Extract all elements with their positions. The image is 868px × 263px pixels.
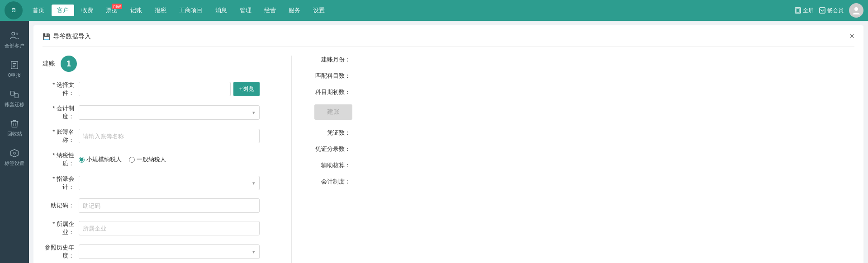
- form-container: 建账 1 * 选择文件： +浏览: [43, 56, 854, 263]
- aux-accounting-label: 辅助核算：: [314, 161, 355, 169]
- accounting-system-label: * 会计制度：: [43, 104, 79, 121]
- step-header: 建账 1: [43, 56, 260, 72]
- nav-right: 全屏 畅会员: [795, 3, 863, 18]
- svg-point-1: [12, 9, 15, 12]
- accounting-system-control: [79, 105, 260, 120]
- page-title-bar: 💾 导爷数据导入: [43, 33, 854, 47]
- memo-code-row: 助记码：: [43, 198, 260, 213]
- nav-item-business[interactable]: 工商项目: [174, 5, 208, 16]
- form-left: 建账 1 * 选择文件： +浏览: [43, 56, 278, 263]
- memo-code-input[interactable]: [79, 198, 260, 213]
- subject-init-row: 科目期初数：: [314, 88, 854, 96]
- nav-item-home[interactable]: 首页: [27, 5, 50, 16]
- match-subjects-row: 匹配科目数：: [314, 72, 854, 80]
- content-area: 💾 导爷数据导入 × 建账 1 * 选择文件：: [29, 21, 868, 263]
- vouchers-label: 凭证数：: [314, 129, 355, 137]
- nav-item-service[interactable]: 服务: [283, 5, 306, 16]
- browse-button[interactable]: +浏览: [233, 82, 260, 96]
- nav-item-message[interactable]: 消息: [210, 5, 232, 16]
- match-subjects-label: 匹配科目数：: [314, 72, 355, 80]
- new-badge: new: [112, 4, 122, 9]
- fullscreen-button[interactable]: 全屏: [795, 7, 814, 14]
- step-circle: 1: [61, 56, 77, 72]
- top-navigation: 首页 客户 收费 票据 new 记账 报税 工商项目 消息 管理 经营 服务 设…: [0, 0, 868, 21]
- tax-type-control: 小规模纳税人 一般纳税人: [79, 155, 260, 164]
- svg-rect-4: [820, 8, 825, 13]
- company-input[interactable]: [79, 221, 260, 235]
- select-file-control: +浏览: [79, 82, 260, 96]
- nav-item-operation[interactable]: 经营: [259, 5, 281, 16]
- svg-point-5: [854, 7, 858, 11]
- accounting-system-row: * 会计制度：: [43, 104, 260, 121]
- svg-point-6: [12, 32, 14, 35]
- voucher-entries-row: 凭证分录数：: [314, 145, 854, 153]
- company-control: [79, 221, 260, 235]
- assign-accountant-select[interactable]: [79, 176, 260, 190]
- close-button[interactable]: ×: [849, 32, 854, 41]
- nav-item-tax[interactable]: 报税: [149, 5, 172, 16]
- avatar[interactable]: [849, 3, 863, 18]
- sidebar-item-all-customers[interactable]: 全部客户: [0, 25, 29, 55]
- ledger-name-row: * 账簿名称：: [43, 128, 260, 144]
- nav-item-ledger[interactable]: 记账: [125, 5, 147, 16]
- accounting-system-right-label: 会计制度：: [314, 178, 355, 186]
- step-label: 建账: [43, 60, 55, 68]
- tax-type-label: * 纳税性质：: [43, 151, 79, 168]
- nav-menu: 首页 客户 收费 票据 new 记账 报税 工商项目 消息 管理 经营 服务 设…: [27, 5, 795, 16]
- history-year-row: 参照历史年度：: [43, 244, 260, 260]
- page-panel: 💾 导爷数据导入 × 建账 1 * 选择文件：: [33, 25, 863, 263]
- nav-item-invoice[interactable]: 票据 new: [100, 5, 123, 16]
- svg-rect-9: [11, 91, 14, 95]
- select-file-row: * 选择文件： +浏览: [43, 81, 260, 97]
- history-year-control: [79, 244, 260, 259]
- page-title: 导爷数据导入: [53, 33, 91, 41]
- build-account-button: 建账: [314, 104, 352, 120]
- sidebar-item-account-migrate[interactable]: 账套迁移: [0, 84, 29, 113]
- select-file-input[interactable]: [79, 82, 231, 96]
- accounting-system-select[interactable]: [79, 105, 260, 120]
- svg-point-7: [16, 33, 18, 35]
- voucher-entries-label: 凭证分录数：: [314, 145, 355, 153]
- vip-button[interactable]: 畅会员: [819, 7, 844, 14]
- company-row: * 所属企业：: [43, 220, 260, 236]
- accounting-system-right-row: 会计制度：: [314, 178, 854, 186]
- ledger-name-control: [79, 129, 260, 143]
- vertical-divider: [291, 56, 292, 263]
- svg-rect-10: [15, 94, 18, 98]
- nav-item-customer[interactable]: 客户: [52, 5, 74, 16]
- aux-accounting-row: 辅助核算：: [314, 161, 854, 169]
- tax-type-general-radio[interactable]: 一般纳税人: [129, 155, 166, 164]
- assign-accountant-control: [79, 176, 260, 190]
- ledger-name-input[interactable]: [79, 129, 260, 143]
- import-icon: 💾: [43, 33, 50, 40]
- svg-point-13: [14, 152, 16, 155]
- subject-init-label: 科目期初数：: [314, 88, 355, 96]
- build-month-label: 建账月份：: [314, 56, 355, 64]
- build-month-row: 建账月份：: [314, 56, 854, 64]
- company-label: * 所属企业：: [43, 220, 79, 236]
- app-logo: [5, 1, 23, 19]
- sidebar-item-recycle[interactable]: 回收站: [0, 113, 29, 143]
- select-file-label: * 选择文件：: [43, 81, 79, 97]
- nav-item-collection[interactable]: 收费: [76, 5, 99, 16]
- sidebar-item-declaration[interactable]: 0申报: [0, 55, 29, 84]
- tax-type-row: * 纳税性质： 小规模纳税人 一般纳税人: [43, 151, 260, 168]
- svg-rect-3: [796, 9, 800, 12]
- assign-accountant-label: * 指派会计：: [43, 175, 79, 191]
- history-year-select[interactable]: [79, 244, 260, 259]
- main-layout: 全部客户 0申报 账套迁移 回收站: [0, 21, 868, 263]
- memo-code-label: 助记码：: [43, 202, 79, 210]
- form-right: 建账月份： 匹配科目数： 科目期初数： 建账: [305, 56, 854, 263]
- memo-code-control: [79, 198, 260, 213]
- nav-item-settings[interactable]: 设置: [308, 5, 330, 16]
- nav-item-manage[interactable]: 管理: [234, 5, 257, 16]
- tax-type-small-radio[interactable]: 小规模纳税人: [79, 155, 122, 164]
- sidebar: 全部客户 0申报 账套迁移 回收站: [0, 21, 29, 263]
- assign-accountant-row: * 指派会计：: [43, 175, 260, 191]
- history-year-label: 参照历史年度：: [43, 244, 79, 260]
- vouchers-row: 凭证数：: [314, 129, 854, 137]
- ledger-name-label: * 账簿名称：: [43, 128, 79, 144]
- sidebar-item-tag-settings[interactable]: 标签设置: [0, 143, 29, 172]
